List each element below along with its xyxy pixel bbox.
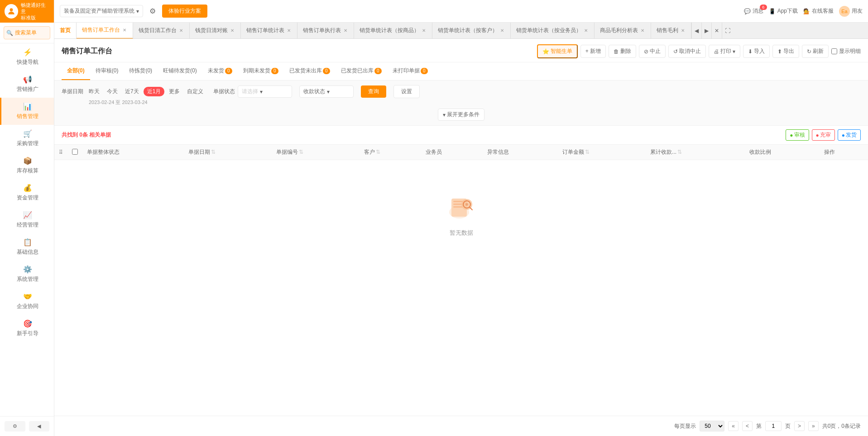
reject-btn[interactable]: ● 充审 (812, 129, 835, 141)
stop-btn[interactable]: ⊘ 中止 (639, 45, 666, 58)
system-dropdown[interactable]: 装备及固定资产辅助管理系统 ▾ (60, 5, 143, 17)
app-download-btn[interactable]: 📱 App下载 (769, 7, 798, 15)
import-btn[interactable]: ⬇ 导入 (743, 45, 770, 58)
status-select-arrow: ▾ (260, 89, 263, 95)
tab-sales-more[interactable]: 销售毛利 ✕ (651, 23, 691, 39)
expand-filters-btn[interactable]: ▾ 展开更多条件 (438, 109, 484, 121)
sort-amount-icon[interactable]: ⇅ (585, 149, 590, 155)
first-page-btn[interactable]: « (728, 421, 739, 431)
tab-sales-stat[interactable]: 销售订单统计表 ✕ (241, 23, 297, 39)
cancel-stop-btn[interactable]: ↺ 取消中止 (668, 45, 706, 58)
filter-settings-btn[interactable]: 设置 (393, 85, 420, 98)
tab-sales-summary-staff[interactable]: 销货单统计表（按业务员） ✕ (511, 23, 595, 39)
select-all-checkbox[interactable] (72, 149, 78, 155)
date-opt-more[interactable]: 更多 (166, 87, 182, 96)
sort-collected-icon[interactable]: ⇅ (677, 149, 682, 155)
ship-btn[interactable]: ● 发货 (838, 129, 861, 141)
tab-prev-btn[interactable]: ◀ (691, 23, 701, 39)
tab-sales-more-label: 销售毛利 (657, 27, 678, 34)
topbar-settings-icon[interactable]: ⚙ (148, 5, 158, 17)
show-detail-checkbox[interactable] (831, 48, 837, 54)
next-page-btn[interactable]: > (794, 421, 805, 431)
page-size-select[interactable]: 102050100 (700, 421, 724, 431)
subtab-wangpu-ship[interactable]: 旺铺待发货(0) (158, 62, 202, 80)
tab-home[interactable]: 首页 (54, 23, 77, 39)
date-range-display: 2023-02-24 至 2023-03-24 (89, 99, 861, 106)
tab-margin-analysis-close[interactable]: ✕ (640, 28, 645, 33)
logo-icon (5, 4, 18, 19)
print-btn[interactable]: 🖨 打印 ▾ (709, 45, 740, 58)
tab-sales-order-close[interactable]: ✕ (122, 27, 127, 33)
subtab-not-shipped[interactable]: 未发货0 (202, 62, 238, 80)
subtab-pending-inspect[interactable]: 待拣货(0) (124, 62, 158, 80)
sidebar-item-purchase[interactable]: 🛒 采购管理 (0, 125, 54, 152)
sidebar-settings-btn[interactable]: ⚙ (5, 421, 25, 431)
tab-cash-reconcile-close[interactable]: ✕ (230, 28, 235, 33)
query-btn[interactable]: 查询 (361, 85, 386, 98)
sidebar-item-sales[interactable]: 📊 销售管理 (0, 98, 54, 125)
page-input[interactable] (765, 421, 782, 431)
sidebar-item-system[interactable]: ⚙️ 系统管理 (0, 261, 54, 288)
tab-sales-summary-customer-close[interactable]: ✕ (499, 28, 505, 33)
sidebar-item-marketing[interactable]: 📢 营销推广 (0, 71, 54, 98)
add-btn[interactable]: + 新增 (580, 45, 606, 58)
tab-close-all-btn[interactable]: ✕ (711, 23, 722, 39)
total-records-info: 共0页，0条记录 (822, 422, 861, 430)
refresh-btn[interactable]: ↻ 刷新 (802, 45, 829, 58)
sidebar-item-operations[interactable]: 📈 经营管理 (0, 206, 54, 233)
show-detail-toggle[interactable]: 显示明细 (831, 47, 861, 55)
tab-margin-analysis[interactable]: 商品毛利分析表 ✕ (595, 23, 651, 39)
export-btn[interactable]: ⬆ 导出 (772, 45, 799, 58)
user-menu-btn[interactable]: Ea 用友 (839, 6, 863, 17)
online-service-btn[interactable]: 💁 在线客服 (803, 7, 834, 15)
status-select[interactable]: 请选择 ▾ (238, 85, 292, 98)
subtab-pending-review[interactable]: 待审核(0) (90, 62, 124, 80)
prev-page-btn[interactable]: < (742, 421, 753, 431)
sidebar-item-inventory[interactable]: 📦 库存核算 (0, 152, 54, 179)
sidebar-item-guide[interactable]: 🎯 新手引导 (0, 315, 54, 342)
tab-sales-order[interactable]: 销售订单工作台 ✕ (77, 23, 133, 39)
last-page-btn[interactable]: » (808, 421, 819, 431)
message-icon: 💬 (744, 8, 751, 14)
subtab-shipped-out[interactable]: 已发货已出库0 (336, 62, 387, 80)
subtab-not-printed[interactable]: 未打印单据0 (387, 62, 433, 80)
tab-sales-summary-product-close[interactable]: ✕ (421, 28, 427, 33)
tab-sales-summary-product[interactable]: 销货单统计表（按商品） ✕ (354, 23, 432, 39)
smart-order-btn[interactable]: ⭐ 智能生单 (537, 44, 578, 58)
date-opt-today[interactable]: 今天 (104, 87, 120, 96)
sidebar-item-enterprise[interactable]: 🤝 企业协同 (0, 288, 54, 315)
message-btn[interactable]: 💬 消息 6 (744, 7, 763, 15)
sort-customer-icon[interactable]: ⇅ (376, 149, 380, 155)
subtab-overdue-not-shipped[interactable]: 到期未发货0 (238, 62, 284, 80)
date-opt-1month[interactable]: 近1月 (144, 87, 165, 96)
date-opt-yesterday[interactable]: 昨天 (86, 87, 102, 96)
tab-sales-summary-staff-close[interactable]: ✕ (583, 28, 589, 33)
tab-cash-daily-close[interactable]: ✕ (178, 28, 184, 33)
delete-btn[interactable]: 🗑 删除 (609, 45, 636, 58)
table-scroll-area[interactable]: ⠿ 单据整体状态 单据日期⇅ 单据编号⇅ 客户⇅ 业务员 异常信息 订单金额⇅ … (54, 145, 868, 416)
tab-sales-exec[interactable]: 销售订单执行表 ✕ (297, 23, 354, 39)
date-opt-custom[interactable]: 自定义 (184, 87, 206, 96)
sidebar-collapse-btn[interactable]: ◀ (29, 421, 50, 431)
date-opt-7days[interactable]: 近7天 (122, 87, 142, 96)
tab-cash-reconcile[interactable]: 钱货日清对账 ✕ (190, 23, 241, 39)
payment-select[interactable]: 收款状态 ▾ (299, 85, 354, 98)
tab-sales-more-close[interactable]: ✕ (680, 28, 686, 33)
sort-date-icon[interactable]: ⇅ (211, 149, 216, 155)
tab-fullscreen-btn[interactable]: ⛶ (722, 23, 733, 39)
basic-icon: 📋 (23, 238, 32, 246)
search-menu-btn[interactable]: 🔍 搜索菜单 (4, 26, 50, 39)
approve-btn[interactable]: ● 审核 (786, 129, 809, 141)
industry-solution-btn[interactable]: 体验行业方案 (162, 5, 207, 18)
sidebar-item-finance[interactable]: 💰 资金管理 (0, 179, 54, 206)
subtab-all[interactable]: 全部(0) (62, 62, 90, 80)
sidebar-item-basic[interactable]: 📋 基础信息 (0, 233, 54, 261)
tab-sales-stat-close[interactable]: ✕ (286, 28, 292, 33)
tab-cash-daily[interactable]: 钱货日清工作台 ✕ (133, 23, 190, 39)
sidebar-item-quick-nav[interactable]: ⚡ 快捷导航 (0, 43, 54, 71)
tab-sales-exec-close[interactable]: ✕ (343, 28, 348, 33)
sort-number-icon[interactable]: ⇅ (299, 149, 303, 155)
tab-sales-summary-customer[interactable]: 销货单统计表（按客户） ✕ (432, 23, 511, 39)
subtab-shipped-not-out[interactable]: 已发货未出库0 (284, 62, 336, 80)
tab-next-btn[interactable]: ▶ (701, 23, 711, 39)
